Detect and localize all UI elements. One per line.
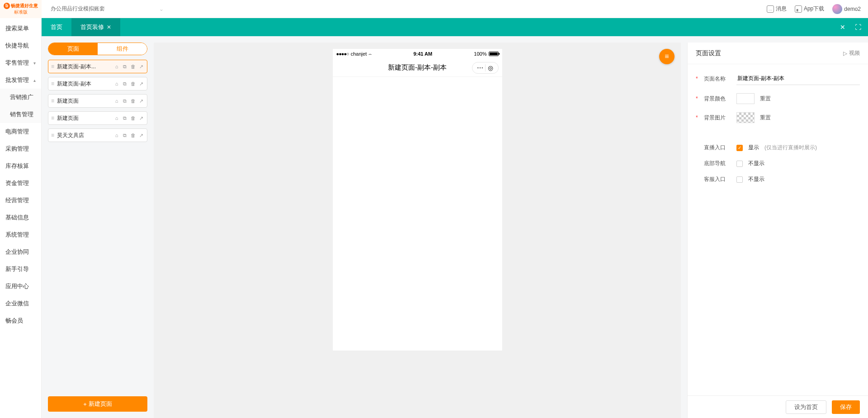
share-icon[interactable]: ↗ bbox=[138, 81, 144, 87]
copy-icon[interactable]: ⧉ bbox=[122, 81, 128, 87]
page-row[interactable]: ≡ 新建页面 ⌂⧉🗑↗ bbox=[48, 94, 147, 108]
sidebar-item-collab[interactable]: 企业协同 bbox=[0, 243, 41, 261]
target-icon[interactable]: ◎ bbox=[486, 63, 495, 73]
signal-icon: ●●●●○ bbox=[336, 51, 349, 57]
sidebar-item-sales[interactable]: 销售管理 bbox=[0, 106, 41, 123]
avatar bbox=[832, 4, 842, 14]
set-home-button[interactable]: 设为首页 bbox=[786, 400, 826, 414]
battery-icon bbox=[489, 52, 499, 56]
sidebar-item-marketing[interactable]: 营销推广 bbox=[0, 89, 41, 106]
account-name: 办公用品行业模拟账套 bbox=[51, 5, 105, 13]
page-name: 新建页面-副本 bbox=[57, 80, 111, 88]
home-icon[interactable]: ⌂ bbox=[113, 63, 120, 70]
label-bgimg: 背景图片 bbox=[704, 114, 731, 122]
caret-down-icon: ▾ bbox=[33, 61, 36, 66]
field-bgimg: *背景图片 重置 bbox=[696, 112, 860, 123]
app-download-link[interactable]: ▖App下载 bbox=[795, 5, 824, 13]
delete-icon[interactable]: 🗑 bbox=[130, 81, 136, 87]
page-name: 新建页面-副本... bbox=[57, 63, 111, 71]
page-row[interactable]: ≡ 新建页面 ⌂⧉🗑↗ bbox=[48, 111, 147, 125]
drag-handle-icon[interactable]: ≡ bbox=[51, 81, 54, 87]
home-icon[interactable]: ⌂ bbox=[113, 115, 120, 121]
capsule[interactable]: ⋯ ◎ bbox=[472, 62, 499, 74]
cs-text: 不显示 bbox=[748, 176, 764, 183]
delete-icon[interactable]: 🗑 bbox=[130, 63, 136, 70]
video-link[interactable]: ▷视频 bbox=[843, 49, 860, 57]
delete-icon[interactable]: 🗑 bbox=[130, 132, 136, 138]
sidebar-item-wholesale[interactable]: 批发管理▴ bbox=[0, 71, 41, 89]
delete-icon[interactable]: 🗑 bbox=[130, 115, 136, 121]
sidebar-item-guide[interactable]: 新手引导 bbox=[0, 261, 41, 278]
sidebar-item-retail[interactable]: 零售管理▾ bbox=[0, 54, 41, 71]
menu-fab[interactable]: ≡ bbox=[659, 49, 675, 64]
wifi-icon: ⌢ bbox=[368, 51, 372, 57]
field-live: 直播入口 ✓ 显示 (仅当进行直播时展示) bbox=[696, 144, 860, 152]
phone-title: 新建页面-副本-副本 bbox=[388, 63, 447, 72]
drag-handle-icon[interactable]: ≡ bbox=[51, 98, 54, 104]
status-time: 9:41 AM bbox=[372, 51, 474, 57]
live-show-text: 显示 bbox=[748, 144, 759, 152]
copy-icon[interactable]: ⧉ bbox=[122, 98, 128, 104]
account-select[interactable]: 办公用品行业模拟账套 ⌄ bbox=[51, 5, 164, 13]
tab-close-all-icon[interactable]: ✕ bbox=[837, 22, 848, 33]
drag-handle-icon[interactable]: ≡ bbox=[51, 132, 54, 138]
messages-link[interactable]: …消息 bbox=[767, 5, 787, 13]
play-icon: ▷ bbox=[843, 50, 847, 57]
sidebar-item-system[interactable]: 系统管理 bbox=[0, 226, 41, 243]
new-page-button[interactable]: +新建页面 bbox=[48, 396, 147, 412]
share-icon[interactable]: ↗ bbox=[138, 132, 144, 138]
sidebar-item-purchase[interactable]: 采购管理 bbox=[0, 140, 41, 157]
checkbox-live[interactable]: ✓ bbox=[736, 145, 743, 151]
sidebar-item-search[interactable]: 搜索菜单 bbox=[0, 20, 41, 37]
drag-handle-icon[interactable]: ≡ bbox=[51, 63, 54, 70]
sidebar-item-inventory[interactable]: 库存核算 bbox=[0, 157, 41, 175]
sidebar-item-apps[interactable]: 应用中心 bbox=[0, 278, 41, 295]
checkbox-bottom-nav[interactable] bbox=[736, 161, 743, 167]
tab-decorate[interactable]: 首页装修✕ bbox=[71, 18, 120, 36]
logo[interactable]: b畅捷通好生意 标准版 bbox=[0, 0, 42, 18]
sidebar-item-wecom[interactable]: 企业微信 bbox=[0, 295, 41, 312]
home-icon[interactable]: ⌂ bbox=[113, 98, 120, 104]
tab-home[interactable]: 首页 bbox=[42, 18, 71, 36]
page-row[interactable]: ≡ 新建页面-副本 ⌂⧉🗑↗ bbox=[48, 77, 147, 90]
logo-mark-icon: b bbox=[4, 3, 10, 9]
phone-navbar: 新建页面-副本-副本 ⋯ ◎ bbox=[333, 59, 502, 77]
bgcolor-swatch[interactable] bbox=[736, 93, 755, 104]
share-icon[interactable]: ↗ bbox=[138, 98, 144, 104]
sidebar-item-ecommerce[interactable]: 电商管理 bbox=[0, 123, 41, 140]
sidebar-item-funds[interactable]: 资金管理 bbox=[0, 175, 41, 192]
sidebar-item-member[interactable]: 畅会员 bbox=[0, 312, 41, 329]
canvas[interactable]: ≡ ●●●●○chanjet⌢ 9:41 AM 100% 新建页面-副本-副本 … bbox=[154, 43, 681, 418]
close-icon[interactable]: ✕ bbox=[107, 24, 111, 30]
more-icon[interactable]: ⋯ bbox=[475, 63, 485, 73]
sidebar-item-operation[interactable]: 经营管理 bbox=[0, 192, 41, 209]
copy-icon[interactable]: ⧉ bbox=[122, 63, 128, 70]
page-row[interactable]: ≡ 新建页面-副本... ⌂⧉🗑↗ bbox=[48, 60, 147, 73]
seg-components[interactable]: 组件 bbox=[98, 43, 147, 55]
reset-bgcolor[interactable]: 重置 bbox=[760, 95, 771, 103]
home-icon[interactable]: ⌂ bbox=[113, 132, 120, 138]
new-page-label: 新建页面 bbox=[89, 400, 112, 408]
battery-percent: 100% bbox=[474, 51, 486, 57]
live-hint: (仅当进行直播时展示) bbox=[764, 144, 817, 152]
bgimg-swatch[interactable] bbox=[736, 112, 755, 123]
copy-icon[interactable]: ⧉ bbox=[122, 132, 128, 138]
checkbox-cs[interactable] bbox=[736, 176, 743, 183]
page-row[interactable]: ≡ 昊天文具店 ⌂⧉🗑↗ bbox=[48, 128, 147, 142]
home-icon[interactable]: ⌂ bbox=[113, 81, 120, 87]
save-button[interactable]: 保存 bbox=[832, 400, 860, 414]
sidebar-item-basic[interactable]: 基础信息 bbox=[0, 209, 41, 226]
drag-handle-icon[interactable]: ≡ bbox=[51, 115, 54, 121]
copy-icon[interactable]: ⧉ bbox=[122, 115, 128, 121]
share-icon[interactable]: ↗ bbox=[138, 63, 144, 70]
settings-title: 页面设置 bbox=[696, 49, 721, 57]
seg-pages[interactable]: 页面 bbox=[48, 43, 98, 55]
input-page-name[interactable] bbox=[736, 72, 860, 85]
page-name: 昊天文具店 bbox=[57, 132, 111, 139]
share-icon[interactable]: ↗ bbox=[138, 115, 144, 121]
sidebar-item-quicknav[interactable]: 快捷导航 bbox=[0, 37, 41, 54]
reset-bgimg[interactable]: 重置 bbox=[760, 114, 771, 122]
fullscreen-icon[interactable]: ⛶ bbox=[853, 22, 863, 33]
user-menu[interactable]: demo2 bbox=[832, 4, 861, 14]
delete-icon[interactable]: 🗑 bbox=[130, 98, 136, 104]
